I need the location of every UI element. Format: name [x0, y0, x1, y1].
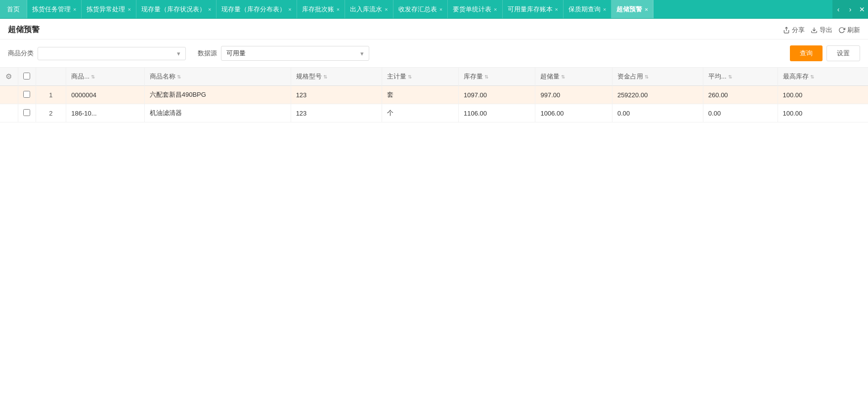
top-navigation: 首页 拣货任务管理 × 拣货异常处理 × 现存量（库存状况表） × 现存量（库存… — [0, 0, 868, 19]
row-goods-code-cell: 0000004 — [66, 86, 144, 104]
datasource-label: 数据源 — [198, 49, 217, 58]
row-checkbox[interactable] — [23, 91, 30, 98]
nav-inout-flow-close[interactable]: × — [385, 6, 388, 12]
share-action[interactable]: 分享 — [783, 26, 805, 35]
nav-inventory-batch-label: 库存批次账 — [302, 5, 334, 14]
nav-available-account-close[interactable]: × — [555, 6, 558, 12]
category-label: 商品分类 — [8, 49, 34, 58]
nav-jailbreak-exception-label: 拣货异常处理 — [87, 5, 125, 14]
col-goods-code-header[interactable]: 商品...⇅ — [66, 68, 144, 86]
col-avg-header[interactable]: 平均...⇅ — [703, 68, 778, 86]
nav-order-stats[interactable]: 要货单统计表 × — [448, 0, 502, 18]
nav-inventory-dist[interactable]: 现存量（库存分布表） × — [217, 0, 297, 18]
table-row: 2 186-10... 机油滤清器 123 个 1106.00 1006.00 … — [0, 104, 868, 122]
col-goods-name-header[interactable]: 商品名称⇅ — [144, 68, 291, 86]
nav-inventory-batch-close[interactable]: × — [337, 6, 340, 12]
row-overstock-cell: 997.00 — [535, 86, 612, 104]
share-icon — [783, 27, 790, 34]
nav-inventory-dist-label: 现存量（库存分布表） — [221, 5, 286, 14]
nav-quality-check-close[interactable]: × — [603, 6, 606, 12]
row-checkbox-cell — [18, 104, 36, 122]
col-capital-header[interactable]: 资金占用⇅ — [612, 68, 703, 86]
sort-goods-name-icon: ⇅ — [177, 74, 181, 79]
export-icon — [811, 27, 818, 34]
nav-quality-check-label: 保质期查询 — [568, 5, 601, 14]
row-unit-cell: 套 — [382, 86, 458, 104]
export-action[interactable]: 导出 — [811, 26, 832, 35]
nav-receive-summary-label: 收发存汇总表 — [398, 5, 437, 14]
nav-receive-summary-close[interactable]: × — [439, 6, 442, 12]
row-num-cell: 1 — [36, 86, 66, 104]
column-settings-icon[interactable]: ⚙ — [5, 72, 12, 80]
row-goods-code-cell: 186-10... — [66, 104, 144, 122]
category-dropdown-arrow: ▾ — [177, 50, 180, 57]
nav-jailbreak-task-close[interactable]: × — [73, 6, 76, 12]
col-max-stock-header[interactable]: 最高库存⇅ — [778, 68, 868, 86]
query-button[interactable]: 查询 — [790, 45, 823, 61]
row-avg-cell: 0.00 — [703, 104, 778, 122]
nav-available-account-label: 可用量库存账本 — [508, 5, 553, 14]
row-num-cell: 2 — [36, 104, 66, 122]
row-checkbox-cell — [18, 86, 36, 104]
row-goods-name-cell: 机油滤清器 — [144, 104, 291, 122]
sort-avg-icon: ⇅ — [728, 74, 732, 79]
overstock-table: ⚙ 商品...⇅ 商品名称⇅ 规格型号⇅ — [0, 68, 868, 122]
nav-receive-summary[interactable]: 收发存汇总表 × — [393, 0, 448, 18]
sort-goods-code-icon: ⇅ — [91, 74, 95, 79]
nav-jailbreak-task[interactable]: 拣货任务管理 × — [27, 0, 82, 18]
nav-overstock-warning-close[interactable]: × — [645, 6, 648, 12]
category-select[interactable]: ▾ — [38, 47, 186, 60]
category-filter: 商品分类 ▾ — [8, 47, 186, 60]
row-overstock-cell: 1006.00 — [535, 104, 612, 122]
refresh-label: 刷新 — [847, 26, 860, 35]
col-unit-header[interactable]: 主计量⇅ — [382, 68, 458, 86]
nav-arrow-right-btn[interactable]: › — [844, 0, 856, 19]
col-settings: ⚙ — [0, 68, 18, 86]
nav-arrow-group: ‹ › ✕ — [832, 0, 868, 19]
nav-home[interactable]: 首页 — [0, 0, 27, 18]
share-label: 分享 — [792, 26, 805, 35]
col-stock-header[interactable]: 库存量⇅ — [459, 68, 535, 86]
nav-available-account[interactable]: 可用量库存账本 × — [503, 0, 564, 18]
row-settings-cell — [0, 86, 18, 104]
refresh-action[interactable]: 刷新 — [838, 26, 860, 35]
nav-inventory-status-close[interactable]: × — [208, 6, 211, 12]
sort-stock-icon: ⇅ — [484, 74, 488, 79]
row-stock-cell: 1106.00 — [459, 104, 535, 122]
table-row: 1 0000004 六配套新昌490BPG 123 套 1097.00 997.… — [0, 86, 868, 104]
col-overstock-header[interactable]: 超储量⇅ — [535, 68, 612, 86]
filter-buttons: 查询 设置 — [790, 45, 860, 61]
nav-quality-check[interactable]: 保质期查询 × — [564, 0, 611, 18]
table-body: 1 0000004 六配套新昌490BPG 123 套 1097.00 997.… — [0, 86, 868, 122]
main-content: 超储预警 分享 导出 刷新 商品分类 ▾ 数据源 — [0, 19, 868, 395]
page-title: 超储预警 — [8, 25, 40, 35]
table-container: ⚙ 商品...⇅ 商品名称⇅ 规格型号⇅ — [0, 68, 868, 122]
nav-overstock-warning[interactable]: 超储预警 × — [611, 0, 653, 18]
settings-button[interactable]: 设置 — [826, 45, 860, 61]
row-checkbox[interactable] — [23, 109, 30, 116]
sort-max-stock-icon: ⇅ — [810, 74, 814, 79]
refresh-icon — [838, 27, 845, 34]
nav-inout-flow[interactable]: 出入库流水 × — [345, 0, 393, 18]
nav-inventory-batch[interactable]: 库存批次账 × — [297, 0, 345, 18]
row-spec-cell: 123 — [291, 104, 382, 122]
sort-overstock-icon: ⇅ — [561, 74, 565, 79]
col-spec-header[interactable]: 规格型号⇅ — [291, 68, 382, 86]
datasource-select[interactable]: 可用量 ▾ — [221, 46, 369, 61]
col-checkbox-header — [18, 68, 36, 86]
nav-jailbreak-exception-close[interactable]: × — [128, 6, 130, 12]
nav-order-stats-label: 要货单统计表 — [453, 5, 491, 14]
nav-inout-flow-label: 出入库流水 — [350, 5, 382, 14]
nav-inventory-dist-close[interactable]: × — [288, 6, 291, 12]
nav-order-stats-close[interactable]: × — [494, 6, 497, 12]
nav-arrow-close-btn[interactable]: ✕ — [856, 0, 868, 19]
nav-jailbreak-exception[interactable]: 拣货异常处理 × — [82, 0, 136, 18]
select-all-checkbox[interactable] — [23, 73, 30, 79]
nav-inventory-status[interactable]: 现存量（库存状况表） × — [136, 0, 217, 18]
row-capital-cell: 259220.00 — [612, 86, 703, 104]
datasource-value: 可用量 — [226, 49, 246, 58]
row-unit-cell: 个 — [382, 104, 458, 122]
row-capital-cell: 0.00 — [612, 104, 703, 122]
nav-arrow-left-btn[interactable]: ‹ — [832, 0, 844, 19]
nav-inventory-status-label: 现存量（库存状况表） — [141, 5, 206, 14]
